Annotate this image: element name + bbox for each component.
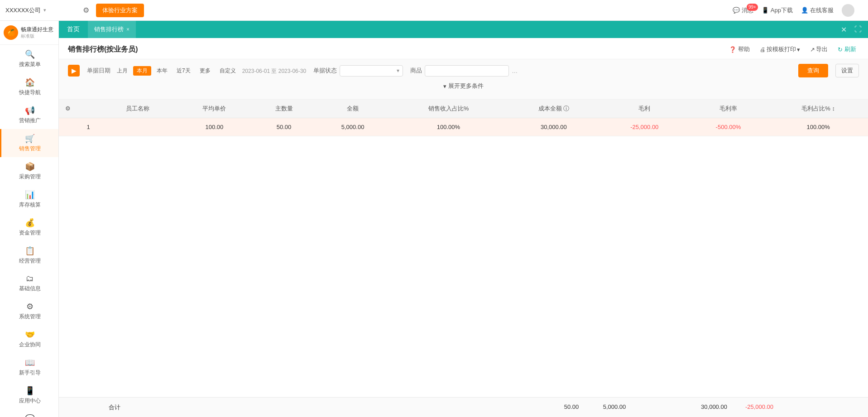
sidebar-item-search[interactable]: 🔍 搜索菜单 (0, 45, 58, 73)
sidebar-label-search: 搜索菜单 (19, 61, 41, 68)
sidebar-item-quick-nav[interactable]: 🏠 快捷导航 (0, 73, 58, 101)
query-button[interactable]: 查询 (798, 64, 828, 77)
tab-home[interactable]: 首页 (59, 21, 88, 38)
sidebar-label-finance: 资金管理 (19, 229, 41, 237)
col-amount: 全额 (315, 100, 390, 118)
purchase-icon: 📦 (25, 162, 35, 172)
col-gross-pct: 毛利占比% ↕ (768, 100, 868, 118)
filter-toggle-arrow[interactable]: ▶ (68, 65, 80, 77)
sidebar-label-guide: 新手引导 (19, 369, 41, 377)
date-tab-this-year[interactable]: 本年 (153, 66, 171, 76)
date-tab-7days[interactable]: 近7天 (173, 66, 194, 76)
tab-close-all-button[interactable]: ✕ (837, 23, 850, 36)
marketing-icon: 📢 (25, 105, 35, 115)
sidebar-item-wechat[interactable]: 💬 企业微信 (0, 409, 58, 417)
sidebar-label-app-center: 应用中心 (19, 397, 41, 405)
print-dropdown-arrow: ▾ (797, 46, 800, 53)
export-label: 导出 (816, 45, 828, 53)
logo-sub: 标准版 (21, 33, 53, 39)
sidebar-label-cooperation: 企业协同 (19, 341, 41, 349)
sidebar-item-purchase[interactable]: 📦 采购管理 (0, 157, 58, 185)
col-sales-pct: 销售收入占比% (390, 100, 507, 118)
col-rank (77, 100, 100, 118)
col-employee: 员工名称 (100, 100, 176, 118)
cost-info-icon: ⓘ (563, 105, 569, 112)
filter-area: ▶ 单据日期 上月 本月 本年 近7天 更多 自定义 2 (59, 59, 868, 100)
date-filter-group: 单据日期 上月 本月 本年 近7天 更多 自定义 2023-06-01 至 20… (87, 66, 306, 76)
company-selector[interactable]: XXXXXX公司 ▾ (5, 6, 78, 14)
expand-row: ▾ 展开更多条件 (68, 77, 859, 95)
date-tab-more[interactable]: 更多 (196, 66, 214, 76)
message-button[interactable]: 💬 消息 99+ (733, 6, 753, 14)
footer-amount: 5,000.00 (603, 403, 626, 410)
cell-cost: 30,000.00 (507, 118, 601, 136)
system-icon: ⚙ (26, 302, 34, 312)
export-button[interactable]: ↗ 导出 (807, 43, 830, 55)
sidebar-item-app-center[interactable]: 📱 应用中心 (0, 381, 58, 409)
tab-close-icon[interactable]: × (126, 26, 129, 33)
online-service-button[interactable]: 👤 在线客服 (801, 6, 834, 14)
help-button[interactable]: ❓ 帮助 (726, 43, 753, 55)
tab-maximize-button[interactable]: ⛶ (852, 23, 864, 36)
company-name: XXXXXX公司 (5, 6, 41, 14)
goods-more-icon[interactable]: … (512, 67, 518, 74)
cell-sales-pct: 100.00% (390, 118, 507, 136)
status-filter-group: 单据状态 (313, 65, 403, 77)
sidebar-item-inventory[interactable]: 📊 库存核算 (0, 185, 58, 213)
col-avg-price: 平均单价 (176, 100, 253, 118)
settings-button[interactable]: 设置 (835, 64, 859, 77)
finance-icon: 💰 (25, 218, 35, 228)
avatar[interactable] (842, 4, 854, 17)
tab-bar: 首页 销售排行榜 × ✕ ⛶ (59, 21, 868, 38)
sidebar-label-marketing: 营销推广 (19, 117, 41, 125)
logo-text-block: 畅康通好生意 标准版 (21, 26, 53, 40)
table-settings-icon[interactable]: ⚙ (65, 105, 71, 112)
sidebar-item-sales[interactable]: 🛒 销售管理 (0, 129, 58, 157)
date-tab-custom[interactable]: 自定义 (216, 66, 240, 76)
refresh-button[interactable]: ↻ 刷新 (835, 43, 859, 55)
table-header: ⚙ 员工名称 平均单价 主数量 全额 销售收入占比% 成本全额 ⓘ 毛利 毛利率… (59, 100, 868, 118)
print-label: 按模板打印 (767, 45, 796, 53)
table-footer: 合计 50.00 5,000.00 30,000.00 -25,000.00 (59, 397, 868, 417)
goods-input[interactable] (425, 65, 509, 77)
print-icon: 🖨 (760, 46, 766, 53)
cell-gross: -25,000.00 (601, 118, 688, 136)
print-button[interactable]: 🖨 按模板打印 ▾ (757, 43, 803, 55)
status-label: 单据状态 (313, 67, 337, 75)
sidebar-item-system[interactable]: ⚙ 系统管理 (0, 297, 58, 325)
app-download-button[interactable]: 📱 App下载 (762, 6, 793, 14)
col-settings[interactable]: ⚙ (59, 100, 77, 118)
settings-gear-button[interactable]: ⚙ (80, 4, 92, 17)
expand-conditions-button[interactable]: ▾ 展开更多条件 (443, 79, 484, 93)
content-area: 首页 销售排行榜 × ✕ ⛶ 销售排行榜(按业务员) ❓ 帮助 (59, 21, 868, 417)
footer-cost: 30,000.00 (701, 403, 727, 410)
status-select[interactable] (340, 65, 403, 77)
table-header-row: ⚙ 员工名称 平均单价 主数量 全额 销售收入占比% 成本全额 ⓘ 毛利 毛利率… (59, 100, 868, 118)
tab-right-buttons: ✕ ⛶ (837, 23, 868, 36)
date-range-text: 2023-06-01 至 2023-06-30 (242, 67, 306, 75)
expand-label: 展开更多条件 (448, 82, 484, 90)
sales-ranking-table: ⚙ 员工名称 平均单价 主数量 全额 销售收入占比% 成本全额 ⓘ 毛利 毛利率… (59, 100, 868, 136)
tab-home-label: 首页 (67, 25, 80, 34)
sidebar-item-marketing[interactable]: 📢 营销推广 (0, 101, 58, 129)
sidebar-item-basic-info[interactable]: 🗂 基础信息 (0, 269, 58, 297)
footer-cells: 合计 50.00 5,000.00 30,000.00 -25,000.00 (63, 403, 863, 412)
sidebar-item-guide[interactable]: 📖 新手引导 (0, 353, 58, 381)
footer-quantity: 50.00 (564, 403, 579, 410)
cell-employee (100, 118, 176, 136)
sidebar-item-operations[interactable]: 📋 经营管理 (0, 241, 58, 269)
footer-gross: -25,000.00 (745, 403, 773, 410)
sidebar-item-finance[interactable]: 💰 资金管理 (0, 213, 58, 241)
date-tab-this-month[interactable]: 本月 (133, 66, 151, 76)
header-right: 💬 消息 99+ 📱 App下载 👤 在线客服 (733, 4, 863, 17)
table-row: 1 100.00 50.00 5,000.00 100.00% 30,000.0… (59, 118, 868, 136)
help-icon: ❓ (729, 46, 736, 53)
goods-label: 商品 (410, 67, 422, 75)
sidebar-item-cooperation[interactable]: 🤝 企业协同 (0, 325, 58, 353)
app-download-label: App下载 (771, 6, 793, 14)
sidebar-label-system: 系统管理 (19, 313, 41, 321)
tab-sales-ranking[interactable]: 销售排行榜 × (88, 21, 136, 38)
trial-button[interactable]: 体验行业方案 (96, 4, 144, 17)
date-tab-last-month[interactable]: 上月 (113, 66, 131, 76)
logo-icon: 🍊 (4, 25, 18, 40)
